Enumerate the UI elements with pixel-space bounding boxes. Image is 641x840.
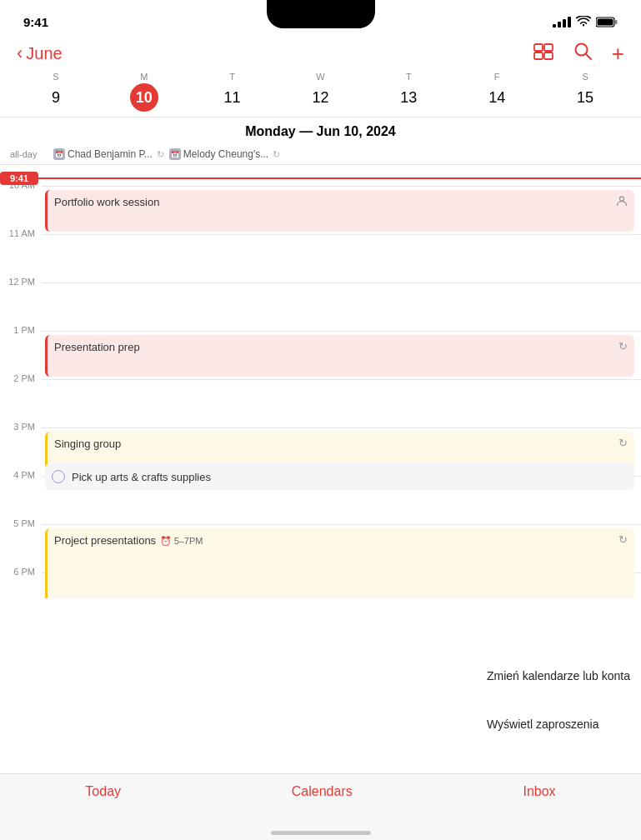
svg-rect-4 [544, 44, 553, 51]
home-indicator [271, 831, 371, 835]
time-label-5pm: 5 PM [0, 518, 42, 528]
project-refresh-icon: ↻ [618, 533, 628, 546]
allday-label: all-day [10, 149, 47, 159]
task-arts-crafts-label: Pick up arts & crafts supplies [72, 471, 211, 483]
current-time-line [38, 178, 641, 179]
day-col-mon[interactable]: M 10 [100, 72, 188, 112]
melody-refresh-icon: ↻ [273, 149, 280, 160]
back-chevron-icon: ‹ [17, 42, 23, 64]
hour-row-11am: 11 AM [0, 234, 641, 238]
nav-icons: + [533, 42, 624, 65]
day-col-wed[interactable]: W 12 [277, 72, 365, 112]
search-icon[interactable] [573, 42, 592, 65]
day-number-sun: 9 [42, 83, 70, 112]
hour-row-12pm: 12 PM [0, 282, 641, 287]
day-number-mon: 10 [130, 83, 158, 112]
svg-rect-2 [598, 18, 613, 25]
allday-event-chad-text: Chad Benjamin P... [68, 148, 153, 160]
svg-rect-6 [544, 52, 553, 59]
day-col-fri[interactable]: F 14 [453, 72, 541, 112]
date-header: Monday — Jun 10, 2024 [0, 117, 641, 144]
allday-events: 📅 Chad Benjamin P... ↻ 📅 Melody Cheung's… [53, 148, 631, 160]
tab-today[interactable]: Today [85, 784, 121, 799]
presentation-refresh-icon: ↻ [618, 340, 628, 352]
back-to-month[interactable]: ‹ June [17, 42, 63, 64]
time-label-6pm: 6 PM [0, 567, 42, 577]
add-icon[interactable]: + [612, 42, 624, 64]
current-time-badge: 9:41 [0, 172, 38, 185]
notch [267, 0, 375, 28]
month-label: June [26, 44, 62, 63]
top-nav: ‹ June + [0, 37, 641, 72]
time-label-2pm: 2 PM [0, 373, 42, 383]
day-number-wed: 12 [306, 83, 334, 112]
callout-calendars-text: Zmień kalendarze lub konta [487, 668, 633, 683]
allday-event-chad[interactable]: 📅 Chad Benjamin P... ↻ [53, 148, 164, 160]
day-number-fri: 14 [483, 83, 511, 112]
status-time: 9:41 [23, 15, 48, 29]
person-icon [616, 195, 628, 209]
week-row: S 9 M 10 T 11 W 12 T 13 F 14 S 15 [0, 72, 641, 112]
allday-event-melody[interactable]: 📅 Melody Cheung's... ↻ [169, 148, 280, 160]
day-number-tue: 11 [218, 83, 247, 112]
time-label-4pm: 4 PM [0, 470, 42, 480]
event-singing-title: Singing group [54, 438, 121, 450]
task-circle-icon [52, 470, 65, 483]
task-arts-crafts[interactable]: Pick up arts & crafts supplies [45, 463, 634, 490]
tab-calendars[interactable]: Calendars [292, 784, 353, 799]
allday-event-melody-text: Melody Cheung's... [183, 148, 268, 160]
callout-inbox-text: Wyświetl zaproszenia [487, 717, 633, 732]
day-col-tue[interactable]: T 11 [188, 72, 277, 112]
day-letter-sun: S [53, 72, 58, 82]
day-letter-sat: S [582, 72, 588, 82]
day-letter-wed: W [316, 72, 324, 82]
time-label-12pm: 12 PM [0, 277, 42, 287]
tab-inbox[interactable]: Inbox [523, 784, 555, 799]
time-label-11am: 11 AM [0, 228, 42, 238]
svg-rect-3 [534, 44, 543, 51]
hour-row-2pm: 2 PM [0, 379, 641, 383]
svg-point-9 [620, 197, 624, 201]
battery-icon [596, 17, 618, 28]
day-letter-tue: T [229, 72, 235, 82]
day-col-sat[interactable]: S 15 [541, 72, 629, 112]
svg-line-8 [586, 54, 591, 59]
svg-rect-5 [534, 52, 543, 59]
chad-calendar-icon: 📅 [53, 148, 65, 160]
event-project[interactable]: Project presentations ⏰ 5–7PM ↻ [45, 528, 634, 598]
phone-frame: 9:41 ‹ [0, 0, 641, 840]
day-number-thu: 13 [394, 83, 423, 112]
event-presentation[interactable]: Presentation prep ↻ [45, 335, 634, 377]
svg-rect-1 [615, 20, 618, 24]
callout-area: Zmień kalendarze lub konta Wyświetl zapr… [487, 668, 633, 732]
day-col-thu[interactable]: T 13 [364, 72, 453, 112]
time-label-1pm: 1 PM [0, 325, 42, 335]
day-letter-fri: F [494, 72, 500, 82]
signal-bars-icon [553, 17, 571, 28]
chad-refresh-icon: ↻ [157, 149, 164, 160]
melody-calendar-icon: 📅 [169, 148, 181, 160]
singing-refresh-icon: ↻ [618, 437, 628, 449]
event-portfolio[interactable]: Portfolio work session [45, 190, 634, 232]
event-portfolio-title: Portfolio work session [54, 196, 159, 208]
event-project-time: ⏰ 5–7PM [160, 536, 203, 546]
day-col-sun[interactable]: S 9 [12, 72, 100, 112]
day-number-sat: 15 [571, 83, 599, 112]
time-label-3pm: 3 PM [0, 422, 42, 432]
tab-bar: Today Calendars Inbox [0, 773, 641, 840]
grid-week-icon[interactable] [533, 43, 553, 63]
timeline: 9:41 10 AM 11 AM 12 PM 1 PM [0, 165, 641, 598]
status-icons [553, 16, 618, 28]
event-project-title: Project presentations [54, 534, 156, 547]
event-presentation-title: Presentation prep [54, 341, 140, 353]
day-letter-mon: M [140, 72, 148, 82]
wifi-icon [576, 16, 591, 28]
current-time-indicator: 9:41 [0, 172, 641, 185]
allday-row: all-day 📅 Chad Benjamin P... ↻ 📅 Melody … [0, 144, 641, 165]
day-letter-thu: T [406, 72, 412, 82]
